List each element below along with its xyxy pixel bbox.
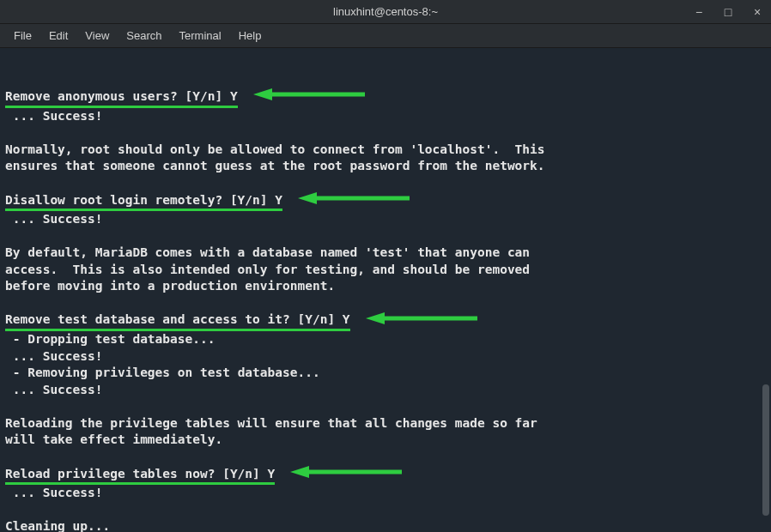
terminal-line: ... Success!: [5, 485, 766, 502]
window-title: linuxhint@centos-8:~: [333, 5, 438, 18]
terminal-text: ensures that someone cannot guess at the…: [5, 159, 545, 172]
prompt-highlighted: Reload privilege tables now? [Y/n] Y: [5, 466, 275, 486]
maximize-button[interactable]: □: [721, 5, 735, 19]
terminal-line: [5, 228, 766, 245]
terminal-line: [5, 175, 766, 192]
terminal-text: ... Success!: [5, 212, 103, 226]
terminal-line: [5, 295, 766, 312]
terminal-text: ... Success!: [5, 349, 103, 363]
titlebar: linuxhint@centos-8:~ − □ ×: [0, 0, 771, 24]
terminal-text: Cleaning up...: [5, 519, 110, 532]
terminal-line: By default, MariaDB comes with a databas…: [5, 245, 766, 262]
terminal-line: Reload privilege tables now? [Y/n] Y: [5, 466, 766, 486]
terminal-line: - Removing privileges on test database..…: [5, 365, 766, 382]
terminal-text: [5, 296, 13, 310]
terminal-text: [5, 503, 13, 517]
terminal-text: Reloading the privilege tables will ensu…: [5, 416, 537, 430]
terminal-line: Normally, root should only be allowed to…: [5, 142, 766, 159]
terminal-line: Remove anonymous users? [Y/n] Y: [5, 88, 766, 108]
terminal-line: ... Success!: [5, 211, 766, 228]
arrow-annotation-icon: [366, 312, 477, 329]
svg-marker-1: [253, 88, 272, 100]
window-controls: − □ ×: [692, 5, 764, 19]
terminal-line: ... Success!: [5, 108, 766, 125]
terminal-text: ... Success!: [5, 383, 103, 396]
menu-search[interactable]: Search: [119, 27, 168, 45]
terminal-text: [5, 399, 13, 413]
terminal-line: - Dropping test database...: [5, 331, 766, 348]
close-button[interactable]: ×: [750, 5, 764, 19]
terminal-text: [5, 450, 13, 463]
prompt-highlighted: Remove test database and access to it? […: [5, 311, 350, 331]
terminal-line: ensures that someone cannot guess at the…: [5, 158, 766, 175]
menubar: File Edit View Search Terminal Help: [0, 24, 771, 48]
svg-marker-7: [290, 466, 309, 478]
terminal-line: before moving into a production environm…: [5, 278, 766, 295]
terminal-line: ... Success!: [5, 348, 766, 366]
terminal-text: - Removing privileges on test database..…: [5, 366, 320, 379]
terminal-line: will take effect immediately.: [5, 432, 766, 449]
terminal-text: Normally, root should only be allowed to…: [5, 142, 545, 156]
terminal-line: Cleaning up...: [5, 518, 766, 532]
menu-help[interactable]: Help: [232, 27, 269, 45]
terminal-text: [5, 229, 13, 243]
scrollbar[interactable]: [761, 55, 769, 525]
terminal-line: [5, 449, 766, 466]
terminal-text: - Dropping test database...: [5, 332, 215, 346]
menu-terminal[interactable]: Terminal: [173, 27, 228, 45]
terminal-content: Remove anonymous users? [Y/n] Y ... Succ…: [5, 88, 766, 532]
scrollbar-thumb[interactable]: [762, 384, 769, 516]
terminal-line: [5, 398, 766, 415]
terminal-line: Remove test database and access to it? […: [5, 311, 766, 331]
terminal-line: Disallow root login remotely? [Y/n] Y: [5, 192, 766, 212]
terminal-text: before moving into a production environm…: [5, 279, 335, 293]
menu-edit[interactable]: Edit: [42, 27, 75, 45]
terminal-text: [5, 176, 13, 190]
minimize-button[interactable]: −: [692, 5, 706, 19]
terminal-line: access. This is also intended only for t…: [5, 262, 766, 279]
terminal-text: ... Success!: [5, 486, 103, 499]
terminal-line: [5, 502, 766, 519]
terminal-text: [5, 125, 13, 139]
terminal-text: ... Success!: [5, 109, 103, 123]
terminal-window: linuxhint@centos-8:~ − □ × File Edit Vie…: [0, 0, 771, 532]
svg-marker-5: [366, 312, 385, 324]
terminal-line: ... Success!: [5, 382, 766, 399]
terminal-text: access. This is also intended only for t…: [5, 263, 530, 276]
arrow-annotation-icon: [253, 88, 365, 106]
prompt-highlighted: Disallow root login remotely? [Y/n] Y: [5, 192, 282, 212]
arrow-annotation-icon: [290, 466, 402, 483]
menu-file[interactable]: File: [7, 27, 39, 45]
terminal-text: By default, MariaDB comes with a databas…: [5, 245, 530, 259]
arrow-annotation-icon: [298, 192, 410, 209]
terminal-area[interactable]: Remove anonymous users? [Y/n] Y ... Succ…: [0, 48, 771, 532]
menu-view[interactable]: View: [78, 27, 116, 45]
terminal-line: [5, 124, 766, 142]
terminal-text: will take effect immediately.: [5, 432, 222, 446]
terminal-line: Reloading the privilege tables will ensu…: [5, 415, 766, 432]
prompt-highlighted: Remove anonymous users? [Y/n] Y: [5, 88, 238, 108]
svg-marker-3: [298, 192, 317, 204]
